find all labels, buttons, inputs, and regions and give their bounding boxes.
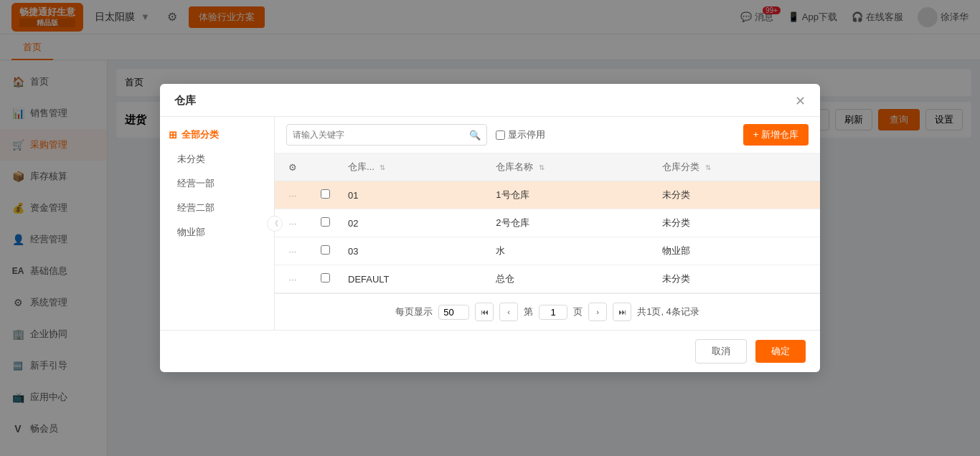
category-panel-toggle[interactable]: 《 (267, 216, 283, 232)
col-code: 仓库... ⇅ (339, 153, 487, 181)
col-settings: ⚙ (275, 153, 311, 181)
col-name-label: 仓库名称 (496, 161, 533, 172)
show-disabled-checkbox[interactable]: 显示停用 (496, 128, 545, 141)
row-checkbox-2[interactable] (321, 217, 330, 227)
row-check-2[interactable] (311, 209, 339, 237)
row-category-4: 未分类 (654, 265, 820, 293)
row-code-4: DEFAULT (339, 265, 487, 293)
pagination: 每页显示 50 ⏮ ‹ 第 页 › ⏭ 共1页, 4条记录 (275, 293, 820, 330)
page-suffix: 页 (573, 305, 583, 318)
table-row[interactable]: ··· 03 水 物业部 (275, 237, 820, 265)
category-all[interactable]: ⊞ 全部分类 (160, 123, 274, 147)
row-checkbox-1[interactable] (321, 189, 330, 199)
col-category: 仓库分类 ⇅ (654, 153, 820, 181)
row-code-3: 03 (339, 237, 487, 265)
modal-close-button[interactable]: ✕ (795, 95, 806, 108)
category-all-label: 全部分类 (182, 128, 219, 141)
modal-header: 仓库 ✕ (160, 84, 820, 117)
confirm-button[interactable]: 确定 (755, 340, 806, 363)
row-name-4: 总仓 (487, 265, 654, 293)
sort-icon-code[interactable]: ⇅ (380, 163, 385, 171)
table-row[interactable]: ··· DEFAULT 总仓 未分类 (275, 265, 820, 293)
modal-right: 🔍 显示停用 + 新增仓库 ⚙ (275, 117, 820, 330)
row-check-3[interactable] (311, 237, 339, 265)
row-name-1: 1号仓库 (487, 181, 654, 209)
page-input[interactable] (539, 305, 567, 320)
row-category-3: 物业部 (654, 237, 820, 265)
col-check (311, 153, 339, 181)
modal-footer: 取消 确定 (160, 330, 820, 372)
col-name: 仓库名称 ⇅ (487, 153, 654, 181)
row-code-1: 01 (339, 181, 487, 209)
more-actions-4[interactable]: ··· (289, 274, 297, 285)
per-page-label: 每页显示 (395, 305, 433, 318)
more-actions-1[interactable]: ··· (289, 190, 297, 201)
more-actions-2[interactable]: ··· (289, 218, 297, 229)
warehouse-table: ⚙ 仓库... ⇅ 仓库名称 ⇅ (275, 153, 820, 293)
last-page-button[interactable]: ⏭ (613, 303, 631, 321)
category-item-dept1[interactable]: 经营一部 (160, 171, 274, 196)
table-row[interactable]: ··· 01 1号仓库 未分类 (275, 181, 820, 209)
grid-icon: ⊞ (169, 129, 177, 141)
modal-body: ⊞ 全部分类 未分类 经营一部 经营二部 物业部 《 🔍 (160, 117, 820, 330)
row-name-3: 水 (487, 237, 654, 265)
modal-table: ⚙ 仓库... ⇅ 仓库名称 ⇅ (275, 153, 820, 293)
search-icon: 🔍 (469, 130, 481, 141)
per-page-select[interactable]: 50 (438, 305, 469, 320)
row-settings-1: ··· (275, 181, 311, 209)
warehouse-modal: 仓库 ✕ ⊞ 全部分类 未分类 经营一部 经营二部 物业部 《 (160, 84, 820, 372)
category-item-unclassified[interactable]: 未分类 (160, 147, 274, 171)
sort-icon-category[interactable]: ⇅ (705, 163, 711, 171)
prev-page-button[interactable]: ‹ (499, 303, 518, 321)
row-checkbox-4[interactable] (321, 273, 330, 282)
page-label: 第 (524, 305, 533, 318)
total-info: 共1页, 4条记录 (637, 305, 699, 318)
search-input[interactable] (293, 130, 465, 140)
show-disabled-label: 显示停用 (508, 128, 545, 141)
modal-toolbar: 🔍 显示停用 + 新增仓库 (275, 117, 820, 153)
row-check-1[interactable] (311, 181, 339, 209)
table-row[interactable]: ··· 02 2号仓库 未分类 (275, 209, 820, 237)
category-item-property[interactable]: 物业部 (160, 220, 274, 244)
modal-overlay: 仓库 ✕ ⊞ 全部分类 未分类 经营一部 经营二部 物业部 《 (0, 0, 980, 456)
row-checkbox-3[interactable] (321, 245, 330, 255)
first-page-button[interactable]: ⏮ (475, 303, 494, 321)
add-warehouse-button[interactable]: + 新增仓库 (743, 124, 809, 146)
search-box: 🔍 (286, 124, 487, 146)
row-settings-4: ··· (275, 265, 311, 293)
modal-title: 仓库 (174, 94, 196, 108)
table-header-row: ⚙ 仓库... ⇅ 仓库名称 ⇅ (275, 153, 820, 181)
row-settings-3: ··· (275, 237, 311, 265)
category-item-dept2[interactable]: 经营二部 (160, 196, 274, 220)
row-category-2: 未分类 (654, 209, 820, 237)
next-page-button[interactable]: › (588, 303, 607, 321)
more-actions-3[interactable]: ··· (289, 246, 297, 257)
category-panel: ⊞ 全部分类 未分类 经营一部 经营二部 物业部 《 (160, 117, 275, 330)
cancel-button[interactable]: 取消 (695, 339, 747, 364)
col-category-label: 仓库分类 (662, 161, 699, 172)
row-name-2: 2号仓库 (487, 209, 654, 237)
row-check-4[interactable] (311, 265, 339, 293)
sort-icon-name[interactable]: ⇅ (539, 163, 545, 171)
row-code-2: 02 (339, 209, 487, 237)
col-code-label: 仓库... (348, 161, 374, 172)
row-category-1: 未分类 (654, 181, 820, 209)
show-disabled-input[interactable] (496, 130, 505, 140)
